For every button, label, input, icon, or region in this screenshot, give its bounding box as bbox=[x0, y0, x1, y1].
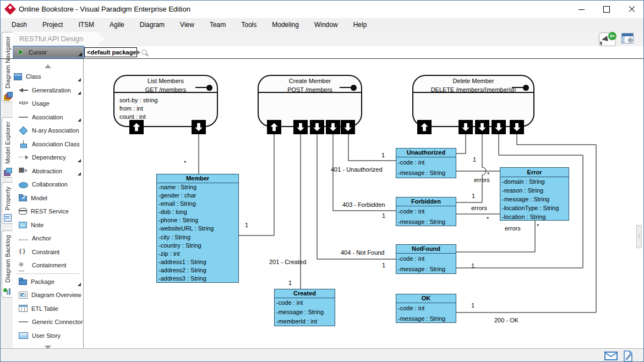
palette-model[interactable]: Model bbox=[13, 191, 83, 205]
port-input-icon[interactable] bbox=[267, 120, 281, 134]
menu-itsm[interactable]: ITSM bbox=[70, 18, 102, 31]
multiplicity-label: 1 bbox=[382, 212, 385, 219]
tab-diagram-backlog[interactable]: Diagram Backlog bbox=[2, 231, 13, 298]
palette-diagram-overview[interactable]: Diagram Overview bbox=[13, 288, 83, 302]
notification-count-badge: 9+ bbox=[608, 31, 617, 41]
menu-project[interactable]: Project bbox=[35, 18, 70, 31]
palette-note[interactable]: Note bbox=[13, 218, 83, 232]
palette-rest-service[interactable]: REST Service bbox=[13, 205, 83, 218]
palette-dependency[interactable]: Dependency bbox=[13, 151, 83, 164]
flyout-icon bbox=[78, 283, 81, 286]
connector-createmember-member[interactable] bbox=[239, 134, 274, 235]
layout-panels-button[interactable] bbox=[621, 33, 634, 43]
palette-generic-connector[interactable]: Generic Connector bbox=[13, 315, 83, 329]
class-forbidden[interactable]: Forbidden -code : int-message : String bbox=[396, 197, 456, 226]
default-package-box[interactable]: <default package> bbox=[84, 47, 137, 57]
tab-diagram-navigator[interactable]: Diagram Navigator bbox=[2, 32, 13, 102]
port-output-icon[interactable] bbox=[310, 120, 324, 134]
maximize-button[interactable] bbox=[594, 1, 619, 18]
menu-window[interactable]: Window bbox=[307, 18, 346, 31]
connector-deletemember-forbidden[interactable] bbox=[456, 134, 486, 202]
class-member[interactable]: Member -name : String-gender : char-emai… bbox=[156, 174, 239, 283]
class-notfound[interactable]: NotFound -code : int-message : String bbox=[396, 244, 456, 274]
connector-deletemember-ok[interactable] bbox=[456, 134, 596, 312]
canvas-toolbar: Cursor <default package> bbox=[1, 46, 644, 58]
palette-abstraction[interactable]: Abstraction bbox=[13, 164, 83, 178]
connector-label-401-unauthorized: 401 - Unauthorized bbox=[331, 166, 383, 173]
palette-collaboration[interactable]: Collaboration bbox=[13, 178, 83, 191]
rest-service-list-members[interactable]: List Members GET /members sort-by : stri… bbox=[113, 75, 218, 127]
rest-service-delete-member[interactable]: Delete Member DELETE /members/{memberId} bbox=[412, 75, 534, 127]
package-icon bbox=[19, 279, 27, 285]
palette-containment[interactable]: Containment bbox=[13, 259, 83, 272]
palette-class[interactable]: Class bbox=[13, 70, 83, 84]
menu-dash[interactable]: Dash bbox=[4, 18, 35, 31]
menu-modeling[interactable]: Modeling bbox=[264, 18, 307, 31]
connector-createmember-unauthorized[interactable] bbox=[348, 134, 396, 161]
port-output-icon[interactable] bbox=[341, 120, 355, 134]
class-attribute: -message : String bbox=[398, 217, 456, 227]
multiplicity-label: * bbox=[537, 223, 539, 229]
palette-constraint[interactable]: Constraint bbox=[13, 245, 83, 259]
tab-property[interactable]: Property bbox=[2, 182, 13, 224]
side-tab-strip: Diagram Navigator Model Explorer Propert… bbox=[1, 31, 13, 348]
palette-usage[interactable]: Usage bbox=[13, 97, 83, 111]
diagram-backlog-icon bbox=[3, 287, 12, 295]
port-output-icon[interactable] bbox=[510, 120, 524, 134]
class-error[interactable]: Error -domain : String-reason : String-m… bbox=[500, 167, 569, 221]
palette-user-story[interactable]: User Story bbox=[13, 329, 83, 343]
palette-association[interactable]: Association bbox=[13, 111, 83, 124]
port-output-icon[interactable] bbox=[492, 120, 506, 134]
port-output-icon[interactable] bbox=[293, 120, 308, 134]
port-input-icon[interactable] bbox=[129, 120, 144, 134]
class-attribute: -code : int bbox=[398, 206, 456, 217]
flyout-icon bbox=[78, 159, 81, 162]
menu-agile[interactable]: Agile bbox=[102, 18, 132, 31]
flyout-icon bbox=[78, 91, 81, 95]
class-attribute: -country : String bbox=[159, 242, 238, 250]
cursor-tool-button[interactable]: Cursor bbox=[13, 46, 84, 58]
menu-tools[interactable]: Tools bbox=[233, 18, 264, 31]
search-icon[interactable] bbox=[141, 50, 147, 55]
connector-deletemember-unauthorized[interactable] bbox=[456, 134, 466, 153]
connector-notfound-error[interactable] bbox=[456, 221, 535, 252]
palette-etl-table[interactable]: ETL Table bbox=[13, 302, 83, 316]
multiplicity-label: 1 bbox=[471, 262, 474, 269]
generalization-icon bbox=[19, 86, 28, 94]
menu-view[interactable]: View bbox=[172, 18, 202, 31]
rest-service-create-member[interactable]: Create Member POST /members bbox=[258, 75, 362, 127]
mail-icon[interactable] bbox=[604, 352, 618, 360]
megaphone-icon bbox=[601, 36, 608, 42]
service-divider bbox=[114, 92, 217, 93]
palette-nary-association[interactable]: N-ary Association bbox=[13, 124, 83, 138]
class-unauthorized[interactable]: Unauthorized -code : int-message : Strin… bbox=[396, 148, 456, 178]
diagram-tab[interactable]: RESTful API Design bbox=[13, 32, 105, 46]
port-output-icon[interactable] bbox=[192, 120, 206, 134]
edit-document-icon[interactable] bbox=[623, 350, 633, 362]
palette-association-class[interactable]: Association Class bbox=[13, 138, 83, 151]
abstraction-icon bbox=[19, 167, 28, 175]
class-created[interactable]: Created -code : int-message : String-mem… bbox=[274, 289, 335, 326]
minimize-button[interactable] bbox=[569, 1, 594, 18]
flyout-corner-icon bbox=[78, 52, 82, 56]
port-output-icon[interactable] bbox=[326, 120, 340, 134]
menu-team[interactable]: Team bbox=[202, 18, 233, 31]
application-window: Online Bookstore - Visual Paradigm Enter… bbox=[0, 0, 644, 362]
palette-anchor[interactable]: Anchor bbox=[13, 232, 83, 245]
palette-package[interactable]: Package bbox=[13, 275, 83, 289]
close-button[interactable] bbox=[619, 1, 644, 18]
class-attribute: -email : String bbox=[159, 200, 238, 208]
tab-model-explorer[interactable]: Model Explorer bbox=[2, 117, 13, 178]
title-bar: Online Bookstore - Visual Paradigm Enter… bbox=[1, 1, 644, 18]
service-divider bbox=[413, 92, 533, 93]
port-output-icon[interactable] bbox=[459, 120, 473, 134]
vertical-scrollbar-thumb[interactable] bbox=[636, 225, 642, 248]
menu-diagram[interactable]: Diagram bbox=[132, 18, 172, 31]
palette-generalization[interactable]: Generalization bbox=[13, 84, 83, 97]
class-ok[interactable]: OK -code : int-message : String bbox=[396, 294, 456, 323]
class-attribute: -dob : long bbox=[159, 208, 238, 216]
palette-scroll-up[interactable] bbox=[13, 62, 83, 70]
menu-help[interactable]: Help bbox=[346, 18, 375, 31]
port-output-icon[interactable] bbox=[475, 120, 489, 134]
port-input-icon[interactable] bbox=[417, 120, 432, 134]
